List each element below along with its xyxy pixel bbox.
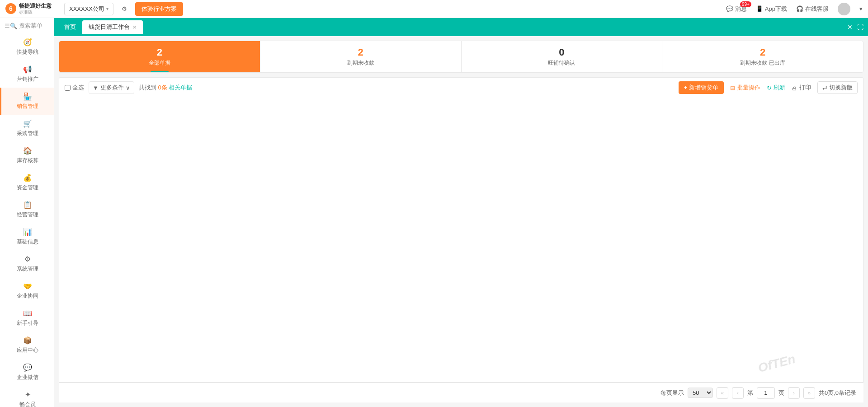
sidebar-item-basic-info[interactable]: 📊 基础信息 bbox=[0, 223, 54, 250]
sidebar-item-label: 销售管理 bbox=[17, 103, 38, 110]
online-service-label: 在线客服 bbox=[805, 5, 829, 13]
page-size-label: 每页显示 bbox=[660, 389, 684, 397]
system-gear-icon: ⚙ bbox=[24, 255, 31, 263]
select-all-input[interactable] bbox=[65, 85, 71, 91]
last-page-button[interactable]: » bbox=[803, 387, 815, 399]
header-right: 💬 消息 99+ 📱 App下载 🎧 在线客服 ▾ bbox=[726, 3, 863, 15]
experience-button[interactable]: 体验行业方案 bbox=[135, 2, 183, 16]
table-area bbox=[59, 98, 863, 383]
sidebar-item-beginner[interactable]: 📖 新手引导 bbox=[0, 304, 54, 332]
logo-text-area: 畅捷通好生意 标准版 bbox=[19, 3, 52, 14]
next-page-button[interactable]: › bbox=[788, 387, 800, 399]
sidebar-item-system[interactable]: ⚙ 系统管理 bbox=[0, 250, 54, 277]
print-icon: 🖨 bbox=[792, 84, 797, 91]
gear-icon: ⚙ bbox=[122, 5, 127, 12]
content-area: 首页 钱货日清工作台 ✕ ✕ ⛶ 2 全部单据 2 到期未收款 bbox=[54, 18, 868, 407]
company-selector[interactable]: XXXXXX公司 ▾ bbox=[64, 3, 113, 15]
page-label: 第 bbox=[747, 389, 753, 397]
tab-maximize-icon[interactable]: ⛶ bbox=[857, 23, 863, 31]
online-service-button[interactable]: 🎧 在线客服 bbox=[796, 5, 829, 13]
sidebar-item-label: 资金管理 bbox=[17, 184, 38, 192]
sidebar-item-purchase[interactable]: 🛒 采购管理 bbox=[0, 115, 54, 142]
prev-page-button[interactable]: ‹ bbox=[732, 387, 744, 399]
sidebar-item-app-center[interactable]: 📦 应用中心 bbox=[0, 332, 54, 359]
inner-content: 2 全部单据 2 到期未收款 0 旺辅待确认 2 到期未收款 已出库 bbox=[54, 36, 868, 407]
member-icon: ✦ bbox=[25, 390, 31, 399]
refresh-label: 刷新 bbox=[774, 84, 785, 92]
tab-cash-flow[interactable]: 钱货日清工作台 ✕ bbox=[82, 20, 143, 34]
settings-icon-button[interactable]: ⚙ bbox=[118, 3, 131, 15]
search-menu-label: 搜索菜单 bbox=[19, 22, 42, 30]
stat-indicator bbox=[151, 71, 169, 72]
book-icon: 📖 bbox=[23, 309, 32, 318]
cart-icon: 🛒 bbox=[23, 119, 32, 128]
app-download-label: App下载 bbox=[765, 5, 787, 13]
batch-op-button[interactable]: ⊟ 批量操作 bbox=[730, 84, 760, 92]
sidebar-item-marketing[interactable]: 📢 营销推广 bbox=[0, 61, 54, 88]
chart-icon: 📊 bbox=[23, 228, 32, 236]
batch-op-label: 批量操作 bbox=[737, 84, 760, 92]
sidebar-item-label: 新手引导 bbox=[17, 319, 38, 327]
stat-card-overdue-shipped[interactable]: 2 到期未收款 已出库 bbox=[662, 41, 863, 72]
mobile-icon: 📱 bbox=[756, 5, 763, 12]
user-avatar[interactable] bbox=[838, 3, 850, 15]
stat-card-overdue[interactable]: 2 到期未收款 bbox=[260, 41, 462, 72]
sidebar-item-enterprise[interactable]: 🤝 企业协同 bbox=[0, 277, 54, 304]
refresh-icon: ↻ bbox=[767, 84, 772, 91]
stat-number-all: 2 bbox=[157, 47, 162, 58]
sidebar-item-inventory[interactable]: 🏠 库存核算 bbox=[0, 142, 54, 169]
page-size-select[interactable]: 50 100 200 bbox=[688, 388, 713, 398]
sidebar-item-member[interactable]: ✦ 畅会员 bbox=[0, 386, 54, 407]
sidebar-item-operations[interactable]: 📋 经营管理 bbox=[0, 196, 54, 223]
tab-close-icon[interactable]: ✕ bbox=[132, 24, 137, 30]
sidebar-item-label: 采购管理 bbox=[17, 130, 38, 137]
chevron-down-icon: ▾ bbox=[106, 6, 108, 11]
filter-button[interactable]: ▼ 更多条件 ∨ bbox=[89, 81, 134, 94]
select-all-checkbox[interactable]: 全选 bbox=[65, 84, 84, 92]
company-name: XXXXXX公司 bbox=[69, 5, 104, 13]
tab-home[interactable]: 首页 bbox=[59, 20, 81, 34]
shop-icon: 🏪 bbox=[23, 92, 32, 101]
box-icon: 📦 bbox=[23, 336, 32, 345]
sidebar: ☰🔍 搜索菜单 🧭 快捷导航 📢 营销推广 🏪 销售管理 🛒 采购管理 🏠 库存… bbox=[0, 18, 54, 407]
house-icon: 🏠 bbox=[23, 146, 32, 155]
sidebar-item-label: 企业微信 bbox=[17, 374, 38, 381]
sidebar-item-finance[interactable]: 💰 资金管理 bbox=[0, 169, 54, 196]
batch-icon: ⊟ bbox=[730, 84, 735, 91]
sidebar-item-label: 应用中心 bbox=[17, 346, 38, 354]
page-label-end: 页 bbox=[778, 389, 784, 397]
sidebar-item-label: 经营管理 bbox=[17, 211, 38, 219]
stat-card-pending[interactable]: 0 旺辅待确认 bbox=[462, 41, 663, 72]
toolbar: 全选 ▼ 更多条件 ∨ 共找到 0条 相关单据 + 新增销货单 bbox=[59, 77, 863, 98]
filter-label: 更多条件 bbox=[100, 84, 124, 92]
handshake-icon: 🤝 bbox=[23, 282, 32, 290]
tab-bar-controls: ✕ ⛶ bbox=[847, 23, 863, 31]
page-number-input[interactable] bbox=[757, 387, 775, 399]
toolbar-left: 全选 ▼ 更多条件 ∨ 共找到 0条 相关单据 bbox=[65, 81, 192, 94]
sidebar-item-wechat[interactable]: 💬 企业微信 bbox=[0, 359, 54, 386]
sidebar-item-sales[interactable]: 🏪 销售管理 bbox=[0, 88, 54, 115]
print-button[interactable]: 🖨 打印 bbox=[792, 84, 811, 92]
found-text: 共找到 0条 相关单据 bbox=[139, 84, 192, 92]
money-icon: 💰 bbox=[23, 173, 32, 182]
switch-new-button[interactable]: ⇄ 切换新版 bbox=[817, 81, 858, 94]
first-page-button[interactable]: « bbox=[717, 387, 728, 399]
switch-new-label: 切换新版 bbox=[829, 84, 853, 92]
sidebar-item-quick-nav[interactable]: 🧭 快捷导航 bbox=[0, 33, 54, 61]
search-menu-button[interactable]: ☰🔍 搜索菜单 bbox=[0, 18, 54, 33]
search-icon: ☰🔍 bbox=[5, 23, 17, 29]
user-name-area[interactable]: ▾ bbox=[859, 5, 863, 12]
clipboard-icon: 📋 bbox=[23, 201, 32, 209]
new-sale-button[interactable]: + 新增销货单 bbox=[679, 81, 724, 94]
message-button[interactable]: 💬 消息 99+ bbox=[726, 5, 747, 13]
tab-minimize-icon[interactable]: ✕ bbox=[847, 23, 853, 31]
related-link[interactable]: 相关单据 bbox=[169, 84, 192, 91]
app-download-button[interactable]: 📱 App下载 bbox=[756, 5, 787, 13]
switch-icon: ⇄ bbox=[822, 84, 827, 91]
megaphone-icon: 📢 bbox=[23, 65, 32, 74]
stat-card-all[interactable]: 2 全部单据 bbox=[59, 41, 260, 72]
logo-sub: 标准版 bbox=[19, 9, 52, 15]
found-prefix: 共找到 bbox=[139, 84, 156, 91]
refresh-button[interactable]: ↻ 刷新 bbox=[767, 84, 785, 92]
tab-label: 钱货日清工作台 bbox=[89, 23, 130, 31]
